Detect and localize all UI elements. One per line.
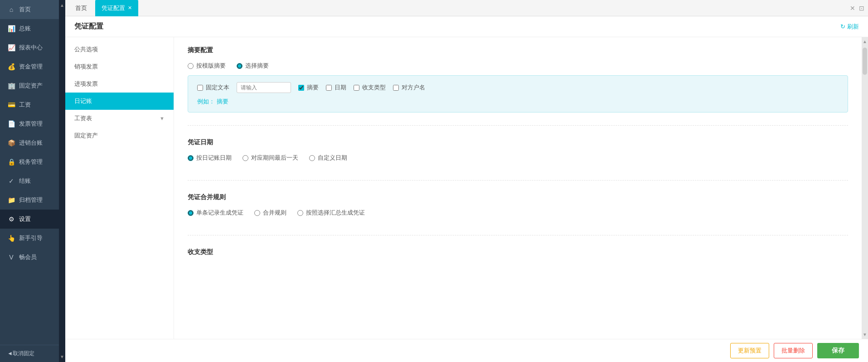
checkbox-fixed-text-input[interactable]: [197, 85, 203, 91]
sidebar-scrollbar: ▲ ▼: [59, 0, 65, 362]
merge-radio-rule-input[interactable]: [254, 210, 260, 216]
merge-radio-select-input[interactable]: [297, 210, 303, 216]
sidebar-item-fixed-assets[interactable]: 🏢 固定资产: [0, 76, 59, 95]
sidebar-item-salary[interactable]: 💳 工资: [0, 95, 59, 114]
sidebar-scroll-down[interactable]: ▼: [59, 352, 65, 362]
sidebar-item-ledger[interactable]: 📊 总账: [0, 19, 59, 38]
summary-radio-select-input[interactable]: [237, 63, 242, 69]
merge-radio-rule[interactable]: 合并规则: [254, 209, 286, 217]
right-panel: 摘要配置 按模版摘要 选择摘要 固定文本: [174, 37, 862, 339]
date-radio-custom-input[interactable]: [309, 155, 315, 161]
checkbox-income-type-input[interactable]: [354, 85, 359, 91]
merge-radio-single-input[interactable]: [188, 210, 194, 216]
sidebar-item-tax[interactable]: 🔒 税务管理: [0, 152, 59, 171]
sidebar-item-vip[interactable]: V 畅会员: [0, 248, 59, 267]
sidebar-item-label: 工资: [19, 101, 31, 109]
chevron-down-icon: ▼: [160, 116, 165, 121]
date-title: 凭证日期: [188, 138, 848, 147]
invoice-mgmt-icon: 📄: [7, 120, 15, 127]
date-radio-journal[interactable]: 按日记账日期: [188, 154, 232, 162]
checkbox-counterparty[interactable]: 对方户名: [393, 83, 425, 92]
sidebar-unpin[interactable]: ◄取消固定: [0, 345, 59, 362]
date-radio-period-last[interactable]: 对应期间最后一天: [242, 154, 298, 162]
left-nav-journal[interactable]: 日记账: [65, 93, 174, 110]
date-radio-journal-input[interactable]: [188, 155, 194, 161]
merge-section: 凭证合并规则 单条记录生成凭证 合并规则 按照选择汇总生成凭证: [188, 193, 848, 235]
checkbox-summary[interactable]: 摘要: [298, 83, 319, 92]
sidebar-item-label: 结账: [19, 177, 31, 185]
sidebar-item-label: 新手引导: [19, 234, 43, 242]
merge-radio-select[interactable]: 按照选择汇总生成凭证: [297, 209, 365, 217]
sidebar-item-home[interactable]: ⌂ 首页: [0, 0, 59, 19]
checkbox-date-input[interactable]: [326, 85, 332, 91]
sidebar-item-purchase-sales[interactable]: 📦 进销台账: [0, 133, 59, 152]
sidebar-item-funds[interactable]: 💰 资金管理: [0, 57, 59, 76]
funds-icon: 💰: [7, 63, 15, 70]
sidebar-item-guide[interactable]: 👆 新手引导: [0, 229, 59, 248]
checkbox-income-type[interactable]: 收支类型: [354, 83, 386, 92]
page-header: 凭证配置 ↻ 刷新: [65, 16, 868, 37]
sidebar-item-label: 发票管理: [19, 120, 43, 128]
sidebar-item-settings[interactable]: ⚙ 设置: [0, 210, 59, 229]
page-title: 凭证配置: [74, 22, 103, 31]
date-section: 凭证日期 按日记账日期 对应期间最后一天 自定义日期: [188, 138, 848, 181]
sidebar-item-archive[interactable]: 📁 归档管理: [0, 191, 59, 210]
scroll-thumb[interactable]: [863, 48, 867, 75]
summary-checkbox-row: 固定文本 摘要 日期 收支类型: [197, 82, 839, 93]
vip-icon: V: [7, 254, 15, 261]
ledger-icon: 📊: [7, 25, 15, 32]
window-close-icon[interactable]: ✕: [850, 5, 855, 12]
refresh-button[interactable]: ↻ 刷新: [840, 23, 859, 31]
merge-radio-single[interactable]: 单条记录生成凭证: [188, 209, 243, 217]
fixed-text-input[interactable]: [237, 82, 291, 93]
left-nav-salary-table[interactable]: 工资表 ▼: [65, 110, 174, 127]
home-icon: ⌂: [7, 6, 15, 13]
sidebar-item-label: 首页: [19, 5, 31, 14]
reports-icon: 📈: [7, 44, 15, 51]
sidebar-scroll-up[interactable]: ▲: [59, 0, 65, 10]
summary-box: 固定文本 摘要 日期 收支类型: [188, 75, 848, 113]
tab-close-icon[interactable]: ✕: [128, 5, 132, 11]
left-nav-purchase-invoice[interactable]: 进项发票: [65, 75, 174, 93]
sidebar-item-label: 畅会员: [19, 253, 37, 261]
sidebar-item-settlement[interactable]: ✓ 结账: [0, 171, 59, 191]
scroll-down-arrow[interactable]: ▼: [862, 330, 868, 339]
date-radio-period-last-input[interactable]: [242, 155, 248, 161]
left-nav-fixed-assets[interactable]: 固定资产: [65, 127, 174, 144]
update-button[interactable]: 更新预置: [730, 343, 769, 358]
bottom-bar: 更新预置 批量删除 保存: [65, 339, 868, 362]
summary-radio-group: 按模版摘要 选择摘要: [188, 62, 848, 70]
checkbox-counterparty-input[interactable]: [393, 85, 399, 91]
income-type-title: 收支类型: [188, 248, 848, 256]
income-type-section: 收支类型: [188, 248, 848, 276]
settings-icon: ⚙: [7, 215, 15, 223]
checkbox-summary-input[interactable]: [298, 85, 304, 91]
sidebar-item-label: 资金管理: [19, 63, 43, 71]
tab-voucher[interactable]: 凭证配置 ✕: [95, 0, 138, 16]
checkbox-date[interactable]: 日期: [326, 83, 346, 92]
left-nav-sales-invoice[interactable]: 销项发票: [65, 58, 174, 75]
archive-icon: 📁: [7, 196, 15, 204]
save-button[interactable]: 保存: [817, 343, 859, 358]
sidebar-item-invoice-mgmt[interactable]: 📄 发票管理: [0, 114, 59, 133]
sidebar-item-label: 进销台账: [19, 139, 43, 147]
merge-title: 凭证合并规则: [188, 193, 848, 201]
left-nav-public[interactable]: 公共选项: [65, 41, 174, 58]
delete-button[interactable]: 批量删除: [774, 343, 813, 358]
summary-radio-template[interactable]: 按模版摘要: [188, 62, 226, 70]
tab-home[interactable]: 首页: [69, 0, 93, 16]
sidebar-item-reports[interactable]: 📈 报表中心: [0, 38, 59, 57]
checkbox-fixed-text[interactable]: 固定文本: [197, 83, 229, 92]
sidebar-item-label: 报表中心: [19, 44, 43, 52]
sidebar-item-label: 归档管理: [19, 196, 43, 204]
summary-radio-select[interactable]: 选择摘要: [237, 62, 269, 70]
merge-radio-group: 单条记录生成凭证 合并规则 按照选择汇总生成凭证: [188, 209, 848, 217]
summary-radio-template-input[interactable]: [188, 63, 194, 69]
date-radio-custom[interactable]: 自定义日期: [309, 154, 347, 162]
scroll-up-arrow[interactable]: ▲: [862, 37, 868, 46]
guide-icon: 👆: [7, 235, 15, 242]
window-restore-icon[interactable]: ⊡: [859, 5, 864, 12]
sidebar-item-label: 设置: [19, 215, 31, 223]
sidebar: ⌂ 首页 📊 总账 📈 报表中心 💰 资金管理 🏢 固定资产 💳 工资 📄 发票…: [0, 0, 59, 362]
sidebar-item-label: 固定资产: [19, 82, 43, 90]
